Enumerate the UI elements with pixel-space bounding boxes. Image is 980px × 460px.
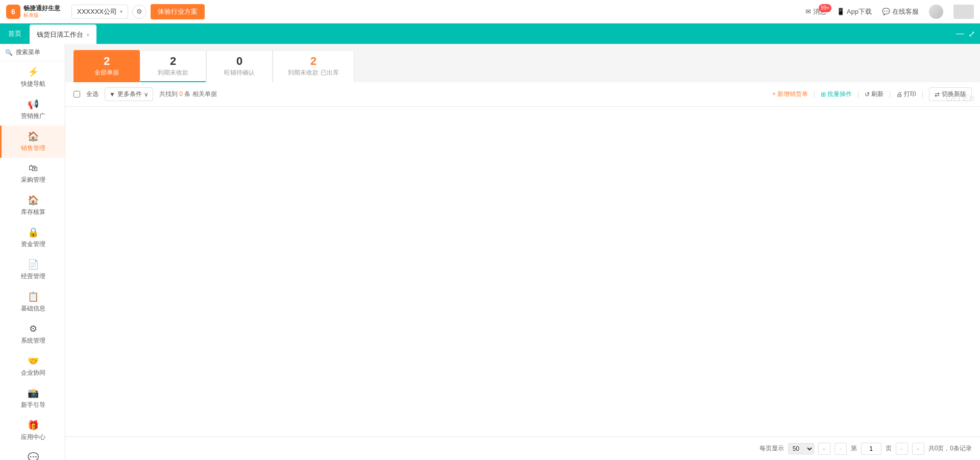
sidebar-item-label: 营销推广 bbox=[21, 112, 45, 120]
sidebar-item-inventory[interactable]: 🏠 库存核算 bbox=[0, 189, 65, 222]
online-service-item[interactable]: 💬 在线客服 bbox=[882, 7, 919, 16]
app-download-item[interactable]: 📱 App下载 bbox=[837, 7, 872, 16]
print-icon: 🖨 bbox=[896, 91, 902, 98]
stat-tab-pending[interactable]: 0 旺辅待确认 bbox=[206, 50, 273, 82]
watermark-text: OfTEn bbox=[946, 93, 975, 104]
sidebar-item-base[interactable]: 📋 基础信息 bbox=[0, 286, 65, 318]
messages-item[interactable]: ✉ 消息 99+ bbox=[805, 7, 826, 16]
page-prev-button[interactable]: ‹ bbox=[835, 443, 847, 455]
page-first-button[interactable]: « bbox=[818, 443, 830, 455]
add-button[interactable]: + 新增销货单 bbox=[772, 90, 808, 99]
page-input[interactable] bbox=[861, 443, 881, 455]
select-all-checkbox[interactable] bbox=[74, 91, 80, 98]
table-area bbox=[65, 107, 980, 437]
count-unit: 条 bbox=[184, 90, 190, 98]
system-icon: ⚙ bbox=[29, 323, 37, 334]
divider4 bbox=[922, 91, 923, 98]
guide-icon: 📸 bbox=[28, 388, 39, 399]
stat-pending-label: 旺辅待确认 bbox=[219, 68, 260, 77]
page-next-button[interactable]: › bbox=[896, 443, 908, 455]
messages-badge: 99+ bbox=[819, 4, 831, 12]
batch-icon: ⊞ bbox=[821, 91, 826, 98]
sidebar-item-quick-nav[interactable]: ⚡ 快捷导航 bbox=[0, 61, 65, 93]
sidebar-item-cooperation[interactable]: 🤝 企业协同 bbox=[0, 350, 65, 382]
sidebar-item-guide[interactable]: 📸 新手引导 bbox=[0, 382, 65, 415]
page-suffix: 页 bbox=[886, 444, 892, 453]
search-icon: 🔍 bbox=[5, 49, 13, 56]
tab-bar: 首页 钱货日清工作台 × — ⤢ bbox=[0, 23, 980, 44]
logo-main: 畅捷通好生意 bbox=[23, 5, 60, 12]
sidebar-item-wechat[interactable]: 💬 企业微信 bbox=[0, 447, 65, 460]
filter-arrow: ∨ bbox=[144, 91, 149, 98]
sidebar-item-purchase[interactable]: 🛍 采购管理 bbox=[0, 158, 65, 189]
message-icon: ✉ bbox=[805, 8, 811, 15]
app-download-label: App下载 bbox=[847, 7, 872, 16]
tab-expand-icon[interactable]: ⤢ bbox=[968, 29, 975, 39]
company-name: XXXXXX公司 bbox=[77, 7, 117, 16]
count-value: 0 bbox=[179, 90, 183, 98]
avatar[interactable] bbox=[929, 5, 943, 19]
sidebar-item-finance[interactable]: 🔒 资金管理 bbox=[0, 222, 65, 254]
sidebar-item-operation[interactable]: 📄 经营管理 bbox=[0, 254, 65, 286]
stat-overdue-underline bbox=[140, 81, 206, 82]
top-header: 6 畅捷通好生意 标准版 XXXXXX公司 ▾ ⚙ 体验行业方案 ✉ 消息 99… bbox=[0, 0, 980, 23]
trial-button[interactable]: 体验行业方案 bbox=[151, 4, 205, 19]
sidebar-item-appstore[interactable]: 🎁 应用中心 bbox=[0, 415, 65, 447]
per-page-select[interactable]: 50 100 200 bbox=[788, 443, 814, 454]
count-area: 共找到 0 条 相关单据 bbox=[159, 90, 217, 99]
main-layout: 🔍 搜索菜单 ⚡ 快捷导航 📢 营销推广 🏠 销售管理 🛍 采购管理 🏠 库存核… bbox=[0, 44, 980, 460]
sidebar-item-label: 应用中心 bbox=[21, 433, 45, 442]
sidebar-item-label: 系统管理 bbox=[21, 336, 45, 345]
sidebar-item-label: 经营管理 bbox=[21, 272, 45, 281]
stat-all-num: 2 bbox=[86, 56, 127, 67]
tab-qhrc[interactable]: 钱货日清工作台 × bbox=[30, 25, 96, 45]
sidebar-item-system[interactable]: ⚙ 系统管理 bbox=[0, 318, 65, 350]
page-label: 第 bbox=[851, 444, 857, 453]
tab-minimize-icon[interactable]: — bbox=[956, 29, 964, 38]
tab-label: 钱货日清工作台 bbox=[37, 30, 83, 39]
sidebar-item-label: 快捷导航 bbox=[21, 80, 45, 88]
finance-icon: 🔒 bbox=[28, 227, 39, 238]
base-icon: 📋 bbox=[28, 291, 39, 302]
refresh-button[interactable]: ↺ 刷新 bbox=[865, 90, 884, 99]
quick-nav-icon: ⚡ bbox=[28, 66, 39, 78]
sales-icon: 🏠 bbox=[28, 131, 39, 142]
avatar-image bbox=[929, 5, 943, 19]
marketing-icon: 📢 bbox=[28, 99, 39, 110]
sidebar-item-label: 库存核算 bbox=[21, 208, 45, 216]
batch-label: 批量操作 bbox=[827, 90, 852, 99]
print-button[interactable]: 🖨 打印 bbox=[896, 90, 916, 99]
divider3 bbox=[890, 91, 890, 98]
sidebar-item-label: 资金管理 bbox=[21, 240, 45, 249]
count-prefix: 共找到 bbox=[159, 90, 178, 98]
total-label: 共0页，0条记录 bbox=[928, 444, 972, 453]
tab-close-icon[interactable]: × bbox=[86, 32, 89, 38]
stat-tab-overdue[interactable]: 2 到期未收款 bbox=[140, 50, 206, 82]
switch-icon: ⇄ bbox=[935, 91, 940, 98]
filter-button[interactable]: ▼ 更多条件 ∨ bbox=[105, 87, 153, 101]
stat-tab-overdue-shipped[interactable]: 2 到期未收款 已出库 bbox=[273, 50, 354, 82]
sidebar-search[interactable]: 🔍 搜索菜单 bbox=[0, 44, 65, 61]
tab-home[interactable]: 首页 bbox=[0, 23, 30, 44]
company-selector[interactable]: XXXXXX公司 ▾ bbox=[71, 5, 128, 19]
batch-button[interactable]: ⊞ 批量操作 bbox=[821, 90, 852, 99]
stat-overdue-num: 2 bbox=[153, 56, 193, 67]
sidebar-item-label: 基础信息 bbox=[21, 304, 45, 313]
tab-bar-right: — ⤢ bbox=[956, 29, 980, 39]
select-all-label: 全选 bbox=[86, 90, 99, 99]
sidebar-item-marketing[interactable]: 📢 营销推广 bbox=[0, 93, 65, 126]
sidebar-item-label: 采购管理 bbox=[21, 176, 45, 184]
logo-text: 畅捷通好生意 标准版 bbox=[23, 5, 60, 18]
sidebar-item-label: 企业协同 bbox=[21, 369, 45, 377]
stat-shipped-label: 到期未收款 已出库 bbox=[285, 68, 341, 77]
stats-tabs: 2 全部单据 2 到期未收款 0 旺辅待确认 2 到期未收款 已出库 bbox=[65, 44, 980, 82]
settings-icon: ⚙ bbox=[136, 8, 142, 15]
stat-tab-all[interactable]: 2 全部单据 bbox=[74, 50, 140, 82]
filter-label: 更多条件 bbox=[117, 90, 142, 99]
company-dropdown-arrow: ▾ bbox=[120, 9, 122, 14]
online-service-icon: 💬 bbox=[882, 8, 890, 15]
divider2 bbox=[858, 91, 859, 98]
settings-button[interactable]: ⚙ bbox=[132, 5, 146, 19]
sidebar-item-sales[interactable]: 🏠 销售管理 bbox=[0, 126, 65, 158]
page-last-button[interactable]: » bbox=[912, 443, 924, 455]
